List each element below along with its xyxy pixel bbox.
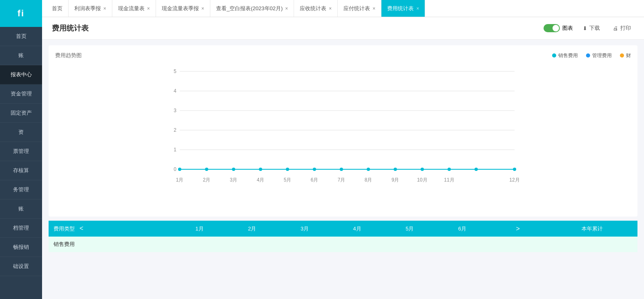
tab-profit-quarterly[interactable]: 利润表季报 × [69,0,112,17]
close-payable-stats[interactable]: × [372,6,375,11]
svg-text:1: 1 [174,147,176,153]
svg-text:6月: 6月 [311,177,319,183]
tab-receivable-stats[interactable]: 应收统计表 × [294,0,338,17]
legend-dot-sales [552,53,556,58]
svg-point-19 [367,168,370,171]
sidebar-item-home[interactable]: 首页 [0,27,42,46]
tab-bar: 首页 利润表季报 × 现金流量表 × 现金流量表季报 × 查看_空白报表(202… [42,0,644,17]
sidebar-item-fixed-assets[interactable]: 固定资产 [0,104,42,123]
sidebar-logo: fi [0,0,42,27]
chart-toggle-label: 图表 [562,24,573,32]
chart-header: 费用趋势图 销售费用 管理费用 财 [55,52,631,59]
cell-m6 [436,237,489,252]
svg-text:10月: 10月 [417,177,427,183]
tab-check-blank[interactable]: 查看_空白报表(2023年02月) × [210,0,294,17]
table-nav-prev[interactable]: < [76,225,87,232]
chart-legend: 销售费用 管理费用 财 [552,52,631,59]
svg-text:11月: 11月 [444,177,454,183]
svg-point-21 [421,168,424,171]
chart-toggle-wrapper: 图表 [544,24,573,32]
svg-point-23 [475,168,478,171]
svg-text:1月: 1月 [176,177,184,183]
legend-dot-finance [620,53,624,58]
svg-text:4月: 4月 [257,177,265,183]
sidebar-item-archive-mgmt[interactable]: 档管理 [0,219,42,238]
print-button[interactable]: 🖨 打印 [610,23,634,33]
close-expense-stats[interactable]: × [416,6,419,11]
sidebar-item-investment[interactable]: 资 [0,123,42,142]
col-cost-type: 费用类型 < [49,221,173,237]
data-table: 费用类型 < 1月 2月 3月 4月 5月 6月 > 本年累计 [49,221,637,252]
close-receivable-stats[interactable]: × [329,6,332,11]
col-month3: 3月 [279,221,331,237]
header-actions: 图表 ⬇ 下载 🖨 打印 [544,23,634,33]
svg-text:5: 5 [174,69,176,74]
svg-point-20 [394,168,397,171]
table-row-sales: 销售费用 [49,237,637,252]
svg-point-22 [448,168,451,171]
legend-dot-admin [586,53,590,58]
col-month2: 2月 [226,221,279,237]
cell-ytd [547,237,637,252]
tab-expense-stats[interactable]: 费用统计表 × [381,0,425,17]
svg-text:3月: 3月 [230,177,238,183]
sidebar-item-fund-mgmt[interactable]: 资金管理 [0,84,42,104]
cell-m2 [226,237,279,252]
tab-payable-stats[interactable]: 应付统计表 × [338,0,381,17]
legend-finance-cost: 财 [620,52,631,59]
cell-m4 [331,237,383,252]
svg-text:8月: 8月 [365,177,372,183]
col-month1: 1月 [173,221,226,237]
col-month4: 4月 [331,221,383,237]
download-icon: ⬇ [583,25,587,31]
sidebar-item-basic-settings[interactable]: 础设置 [0,257,42,276]
legend-admin-cost: 管理费用 [586,52,612,59]
sidebar: fi 首页 账 报表中心 资金管理 固定资产 资 票管理 存核算 务管理 账 档… [0,0,42,299]
sidebar-item-inventory-calc[interactable]: 存核算 [0,161,42,180]
svg-point-14 [232,168,235,171]
sidebar-item-report-center[interactable]: 报表中心 [0,65,42,84]
table-header-row: 费用类型 < 1月 2月 3月 4月 5月 6月 > 本年累计 [49,221,637,237]
svg-text:5月: 5月 [284,177,292,183]
chart-container: 5 4 3 2 1 0 [55,63,631,210]
col-month6: 6月 [436,221,489,237]
main-area: 首页 利润表季报 × 现金流量表 × 现金流量表季报 × 查看_空白报表(202… [42,0,644,299]
svg-text:2月: 2月 [203,177,211,183]
cell-nav [488,237,547,252]
close-cashflow-quarterly[interactable]: × [201,6,204,11]
sidebar-item-invoice-mgmt[interactable]: 票管理 [0,142,42,161]
sidebar-item-service-mgmt[interactable]: 务管理 [0,180,42,199]
svg-text:7月: 7月 [338,177,345,183]
sidebar-item-ledger[interactable]: 账 [0,46,42,65]
svg-point-12 [178,168,181,171]
svg-text:3: 3 [174,108,176,113]
tab-home[interactable]: 首页 [46,0,69,17]
close-cashflow[interactable]: × [147,6,150,11]
tab-cashflow[interactable]: 现金流量表 × [112,0,156,17]
cell-m5 [383,237,436,252]
sidebar-item-flow-reversal[interactable]: 畅报销 [0,238,42,257]
svg-point-17 [313,168,316,171]
col-nav-next[interactable]: > [488,221,547,237]
close-profit-quarterly[interactable]: × [103,6,106,11]
chart-title: 费用趋势图 [55,52,82,59]
svg-text:4: 4 [174,88,176,94]
sidebar-item-payable[interactable]: 账 [0,199,42,219]
page-title: 费用统计表 [52,23,89,33]
close-check-blank[interactable]: × [285,6,288,11]
svg-text:0: 0 [174,166,176,172]
line-chart-svg: 5 4 3 2 1 0 [55,63,631,210]
page-content: 费用统计表 图表 ⬇ 下载 🖨 打印 费用趋势图 [42,17,644,299]
svg-text:9月: 9月 [392,177,399,183]
cell-m1 [173,237,226,252]
svg-text:2: 2 [174,127,176,133]
download-button[interactable]: ⬇ 下载 [579,23,603,33]
table-section: 费用类型 < 1月 2月 3月 4月 5月 6月 > 本年累计 [49,221,637,252]
table-nav-next[interactable]: > [513,225,523,232]
cell-cost-type: 销售费用 [49,237,173,252]
chart-section: 费用趋势图 销售费用 管理费用 财 [49,45,637,217]
page-header: 费用统计表 图表 ⬇ 下载 🖨 打印 [42,17,644,40]
svg-point-13 [205,168,208,171]
tab-cashflow-quarterly[interactable]: 现金流量表季报 × [156,0,210,17]
chart-toggle[interactable] [544,24,560,32]
